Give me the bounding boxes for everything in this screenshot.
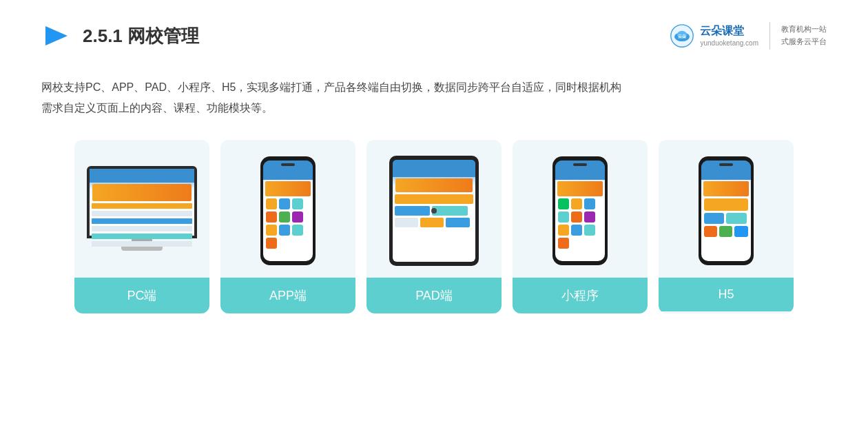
card-app: APP端	[220, 140, 355, 313]
card-mini-label: 小程序	[513, 278, 648, 313]
card-app-label: APP端	[220, 278, 355, 313]
brand-text: 云朵课堂 yunduoketang.com	[700, 23, 758, 48]
header-right: 云朵 云朵课堂 yunduoketang.com 教育机构一站 式服务云平台	[670, 22, 827, 50]
card-pc-image	[74, 140, 209, 278]
card-pc: PC端	[74, 140, 209, 313]
app-mockup	[260, 156, 316, 265]
brand-divider	[769, 22, 770, 50]
card-pad: PAD端	[366, 140, 502, 313]
mini-mockup	[552, 156, 608, 265]
card-pad-label: PAD端	[366, 278, 502, 313]
card-pad-image	[366, 140, 502, 278]
card-app-image	[220, 140, 355, 278]
svg-marker-0	[45, 26, 68, 45]
pad-mockup	[389, 156, 479, 266]
header: 2.5.1 网校管理 云朵 云朵课堂 yunduoketang.com 教育机构…	[41, 21, 827, 58]
svg-text:云朵: 云朵	[678, 34, 687, 39]
page-title: 2.5.1 网校管理	[83, 24, 199, 48]
brand-cloud-icon: 云朵	[670, 23, 694, 48]
card-pc-label: PC端	[74, 278, 209, 313]
h5-mockup	[699, 156, 754, 265]
logo-icon	[41, 21, 72, 51]
description-text: 网校支持PC、APP、PAD、小程序、H5，实现多端打通，产品各终端自由切换，数…	[41, 77, 827, 119]
page-container: 2.5.1 网校管理 云朵 云朵课堂 yunduoketang.com 教育机构…	[0, 0, 868, 434]
brand-slogan: 教育机构一站 式服务云平台	[781, 23, 827, 48]
header-left: 2.5.1 网校管理	[41, 21, 199, 51]
card-mini: 小程序	[513, 140, 648, 313]
card-h5-image	[659, 140, 794, 278]
cards-container: PC端	[41, 140, 827, 313]
card-mini-image	[513, 140, 648, 278]
card-h5: H5	[659, 140, 794, 313]
card-h5-label: H5	[659, 278, 794, 311]
pc-mockup	[87, 166, 197, 256]
